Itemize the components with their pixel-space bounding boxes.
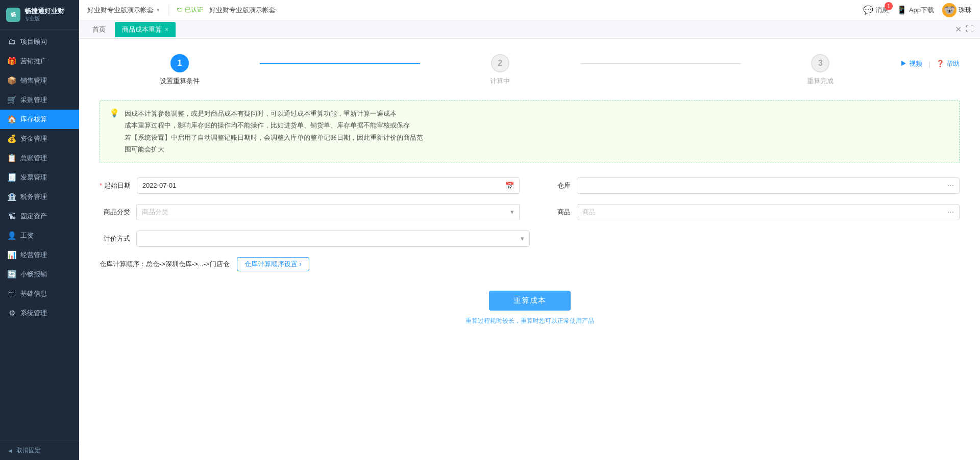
info-line3: 若【系统设置】中启用了自动调整记账日期时，会调整入库单的整单记账日期，因此重新计… (125, 132, 423, 143)
warehouse-input[interactable]: ··· (577, 177, 960, 194)
account-selector[interactable]: 好业财专业版演示帐套 ▾ (87, 6, 160, 15)
app-logo: 畅 (6, 8, 20, 22)
tab-cost-recalc[interactable]: 商品成本重算 × (115, 22, 176, 37)
basic-icon: 🗃 (7, 289, 16, 298)
window-controls: ✕ ⛶ (955, 24, 974, 34)
info-box: 💡 因成本计算参数调整，或是对商品成本有疑问时，可以通过成本重算功能，重新计算一… (100, 100, 960, 163)
step-1-circle: 1 (170, 54, 189, 72)
step-3-label: 重算完成 (807, 76, 834, 86)
content-area: 1 设置重算条件 2 计算中 3 重算完成 (79, 39, 980, 460)
sidebar-label-purchase: 采购管理 (20, 95, 47, 105)
sidebar-item-inventory[interactable]: 🏠 库存核算 (0, 110, 79, 129)
start-date-input[interactable]: 2022-07-01 📅 (137, 177, 520, 194)
sidebar-label-salary: 工资 (20, 231, 34, 240)
avatar: 🐨 (942, 3, 957, 17)
step-3-circle: 3 (811, 54, 829, 72)
sidebar-item-assets[interactable]: 🏗 固定资产 (0, 207, 79, 226)
sidebar-item-marketing[interactable]: 🎁 营销推广 (0, 52, 79, 71)
sidebar-item-expense[interactable]: 🔄 小畅报销 (0, 265, 79, 284)
calendar-icon[interactable]: 📅 (505, 182, 514, 190)
goods-more-icon[interactable]: ··· (947, 208, 954, 217)
category-placeholder: 商品分类 (142, 208, 168, 217)
sidebar-nav: 🗂 项目顾问 🎁 营销推广 📦 销售管理 🛒 采购管理 🏠 库存核算 💰 资金管… (0, 30, 79, 441)
mobile-icon: 📱 (897, 5, 907, 15)
sidebar-item-basic[interactable]: 🗃 基础信息 (0, 284, 79, 303)
sidebar-label-assets: 固定资产 (20, 212, 47, 221)
tab-cost-recalc-label: 商品成本重算 (122, 25, 162, 34)
step-connector-2 (580, 63, 741, 64)
sidebar-item-salary[interactable]: 👤 工资 (0, 226, 79, 245)
expand-window-icon[interactable]: ⛶ (966, 24, 974, 34)
sidebar-label-accounting: 总账管理 (20, 154, 47, 163)
app-title: 畅捷通好业财 (24, 7, 64, 15)
goods-input[interactable]: 商品 ··· (577, 204, 960, 220)
sidebar-item-projects[interactable]: 🗂 项目顾问 (0, 32, 79, 52)
sidebar-item-accounting[interactable]: 📋 总账管理 (0, 148, 79, 168)
info-line4: 围可能会扩大 (125, 143, 423, 155)
warehouse-order-section: 仓库计算顺序：总仓->深圳仓库->...->门店仓 仓库计算顺序设置 › (100, 257, 960, 271)
warehouse-order-setting-button[interactable]: 仓库计算顺序设置 › (237, 257, 309, 271)
step-1-label: 设置重算条件 (160, 76, 200, 86)
start-date-label: 起始日期 (100, 181, 131, 190)
close-window-icon[interactable]: ✕ (955, 24, 962, 34)
topbar-divider1 (168, 5, 168, 15)
video-link[interactable]: ▶ 视频 (900, 59, 922, 68)
tab-home[interactable]: 首页 (85, 22, 113, 37)
username: 珠珠 (959, 6, 972, 15)
info-text: 因成本计算参数调整，或是对商品成本有疑问时，可以通过成本重算功能，重新计算一遍成… (125, 108, 423, 156)
app-download-label: App下载 (909, 6, 934, 15)
recalc-button[interactable]: 重算成本 (489, 291, 571, 311)
warehouse-row: 仓库 ··· (540, 177, 960, 194)
sidebar-item-sales[interactable]: 📦 销售管理 (0, 71, 79, 90)
sidebar-label-expense: 小畅报销 (20, 270, 47, 279)
sidebar-item-purchase[interactable]: 🛒 采购管理 (0, 90, 79, 110)
projects-icon: 🗂 (7, 37, 16, 46)
recalc-area: 重算成本 重算过程耗时较长，重算时您可以正常使用产品 (100, 291, 960, 325)
app-download-action[interactable]: 📱 App下载 (897, 5, 934, 15)
pricing-chevron-icon: ▾ (521, 235, 524, 242)
sidebar-label-inventory: 库存核算 (20, 115, 47, 124)
user-avatar-action[interactable]: 🐨 珠珠 (942, 3, 972, 17)
message-action[interactable]: 💬 消息 1 (863, 5, 889, 15)
tab-close-icon[interactable]: × (165, 26, 168, 33)
topbar-actions: 💬 消息 1 📱 App下载 🐨 珠珠 (863, 3, 972, 17)
pricing-select[interactable]: ▾ (136, 231, 530, 247)
warehouse-more-icon[interactable]: ··· (947, 181, 954, 190)
sidebar-label-invoice: 发票管理 (20, 173, 47, 182)
divider-v: | (928, 60, 930, 68)
sidebar-item-operations[interactable]: 📊 经营管理 (0, 245, 79, 265)
app-edition: 专业版 (24, 15, 64, 22)
pin-icon: ◄ (7, 447, 13, 454)
step-1: 1 设置重算条件 (100, 54, 260, 86)
form-section: 起始日期 2022-07-01 📅 仓库 ··· 商品分类 商品分类 (100, 177, 960, 220)
message-badge: 1 (885, 2, 893, 10)
category-select[interactable]: 商品分类 ▾ (136, 204, 520, 220)
sidebar-item-finance[interactable]: 💰 资金管理 (0, 129, 79, 148)
category-chevron-icon: ▾ (510, 208, 514, 216)
info-icon: 💡 (109, 108, 119, 156)
shield-icon: 🛡 (177, 7, 183, 14)
sidebar-item-tax[interactable]: 🏦 税务管理 (0, 187, 79, 207)
accounting-icon: 📋 (7, 154, 16, 163)
info-line1: 因成本计算参数调整，或是对商品成本有疑问时，可以通过成本重算功能，重新计算一遍成… (125, 108, 423, 119)
sidebar-label-projects: 项目顾问 (20, 37, 47, 46)
sidebar-item-invoice[interactable]: 🧾 发票管理 (0, 168, 79, 187)
sidebar-pin-toggle[interactable]: ◄ 取消固定 (0, 441, 79, 460)
tabbar: 首页 商品成本重算 × ✕ ⛶ (79, 20, 980, 39)
assets-icon: 🏗 (7, 212, 16, 221)
help-link[interactable]: ❓ 帮助 (936, 59, 960, 68)
info-line2: 成本重算过程中，影响库存账的操作均不能操作，比如进货单、销货单、库存单据不能审核… (125, 119, 423, 131)
account-name: 好业财专业版演示帐套 (87, 6, 154, 15)
sidebar-item-system[interactable]: ⚙ 系统管理 (0, 303, 79, 323)
step-2-label: 计算中 (490, 76, 510, 86)
sidebar-label-sales: 销售管理 (20, 76, 47, 85)
warehouse-order-label: 仓库计算顺序：总仓->深圳仓库->...->门店仓 (100, 260, 230, 269)
category-row: 商品分类 商品分类 ▾ (100, 204, 520, 220)
inventory-icon: 🏠 (7, 115, 16, 124)
finance-icon: 💰 (7, 134, 16, 143)
system-icon: ⚙ (7, 309, 16, 318)
start-date-value: 2022-07-01 (142, 182, 177, 189)
question-icon: ❓ (936, 60, 944, 67)
purchase-icon: 🛒 (7, 95, 16, 105)
stepper-actions: ▶ 视频 | ❓ 帮助 (900, 59, 960, 68)
